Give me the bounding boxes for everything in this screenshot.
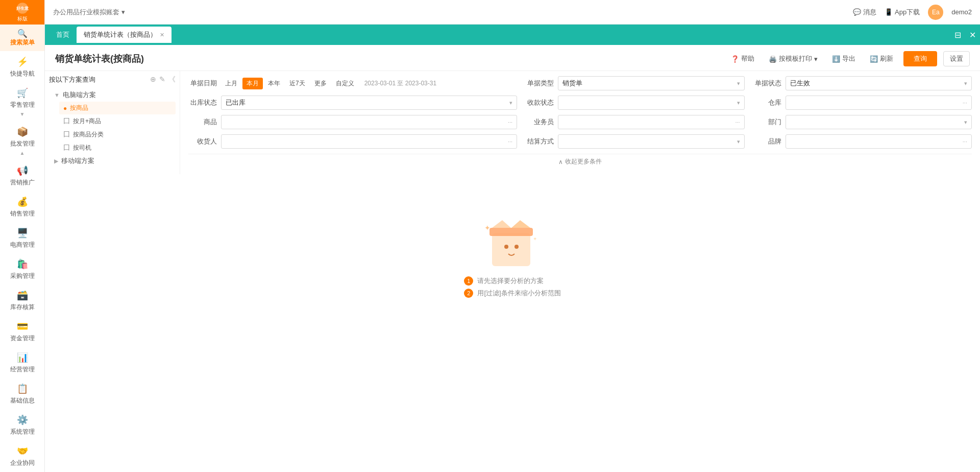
empty-text: 1 请先选择要分析的方案 2 用[过滤]条件来缩小分析范围 bbox=[464, 276, 560, 301]
sidebar-item-finance[interactable]: 💳 资金管理 bbox=[0, 316, 44, 347]
stock-status-label: 出库状态 bbox=[188, 98, 217, 107]
report-tab-label: 销货单统计表（按商品） bbox=[84, 30, 157, 39]
payment-select[interactable]: ▾ bbox=[558, 96, 744, 110]
inventory-icon: 🗃️ bbox=[17, 290, 28, 301]
sidebar-item-sales[interactable]: 💰 销售管理 bbox=[0, 191, 44, 222]
sidebar-item-business[interactable]: 📊 经营管理 bbox=[0, 347, 44, 378]
date-range-label: 2023-03-01 至 2023-03-31 bbox=[364, 79, 436, 88]
brand-label: 品牌 bbox=[753, 137, 781, 146]
print-button[interactable]: 🖨️ 按模板打印 ▾ bbox=[765, 52, 822, 65]
date-buttons: 上月 本月 本年 近7天 更多 自定义 bbox=[221, 78, 358, 89]
collapse-bar[interactable]: ∧ 收起更多条件 bbox=[188, 154, 972, 169]
tab-report[interactable]: 销货单统计表（按商品） ✕ bbox=[77, 27, 172, 43]
warehouse-dropdown-icon: ··· bbox=[963, 100, 967, 106]
date-area: 上月 本月 本年 近7天 更多 自定义 2023-03-01 至 2023-03… bbox=[221, 78, 517, 89]
window-minimize-icon[interactable]: ⊟ bbox=[954, 30, 961, 40]
filter-row-3: 商品 ··· 业务员 ··· bbox=[188, 115, 972, 129]
edit-scheme-icon[interactable]: ✎ bbox=[159, 75, 165, 84]
warehouse-select[interactable]: ··· bbox=[786, 96, 972, 110]
sidebar-item-ecommerce[interactable]: 🖥️ 电商管理 bbox=[0, 222, 44, 253]
warehouse-label: 仓库 bbox=[753, 98, 781, 107]
payment-method-dropdown-icon: ▾ bbox=[737, 138, 740, 145]
message-button[interactable]: 💬 消息 bbox=[853, 8, 876, 17]
sidebar-item-inventory[interactable]: 🗃️ 库存核算 bbox=[0, 285, 44, 316]
sidebar-item-purchase[interactable]: 🛍️ 采购管理 bbox=[0, 253, 44, 285]
sidebar-item-system[interactable]: ⚙️ 系统管理 bbox=[0, 409, 44, 440]
date-btn-7days[interactable]: 近7天 bbox=[285, 78, 309, 89]
tab-close-icon[interactable]: ✕ bbox=[160, 32, 164, 38]
sidebar-item-marketing[interactable]: 📢 营销推广 bbox=[0, 160, 44, 191]
filter-panel: 单据日期 上月 本月 本年 近7天 更多 自定义 20 bbox=[180, 71, 980, 174]
query-button[interactable]: 查询 bbox=[903, 51, 937, 66]
date-btn-custom[interactable]: 自定义 bbox=[332, 78, 358, 89]
receiver-select[interactable]: ··· bbox=[221, 134, 517, 149]
filter-salesperson: 业务员 ··· bbox=[525, 115, 744, 129]
chevron-down-icon: ▾ bbox=[121, 8, 125, 16]
app-selector[interactable]: 办公用品行业模拟账套 ▾ bbox=[53, 8, 125, 17]
goods-select[interactable]: ··· bbox=[221, 115, 517, 129]
tabbar: 首页 销货单统计表（按商品） ✕ ⊟ ✕ bbox=[45, 25, 980, 45]
pc-group-label: 电脑端方案 bbox=[63, 90, 96, 100]
logo-icon: 好生意 bbox=[14, 2, 31, 14]
receiver-label: 收货人 bbox=[188, 137, 217, 146]
scheme-item-by-goods[interactable]: ● 按商品 bbox=[59, 102, 176, 114]
tab-home[interactable]: 首页 bbox=[49, 27, 77, 43]
window-close-icon[interactable]: ✕ bbox=[969, 30, 976, 40]
tree-sub-pc: ● 按商品 囗 按月+商品 囗 按商品分类 bbox=[51, 102, 176, 154]
sidebar-item-enterprise[interactable]: 🤝 企业协同 bbox=[0, 440, 44, 471]
scheme-item-by-category[interactable]: 囗 按商品分类 bbox=[59, 128, 176, 141]
payment-method-select[interactable]: ▾ bbox=[558, 134, 744, 149]
refresh-icon: 🔄 bbox=[870, 55, 878, 63]
download-icon: 📱 bbox=[885, 8, 893, 16]
help-button[interactable]: ❓ 帮助 bbox=[727, 52, 758, 65]
app-selector-label: 办公用品行业模拟账套 bbox=[53, 8, 119, 17]
retail-icon: 🛒 bbox=[17, 87, 28, 99]
collapse-scheme-icon[interactable]: 《 bbox=[168, 75, 176, 84]
scheme-item-by-month-goods[interactable]: 囗 按月+商品 bbox=[59, 114, 176, 128]
svg-text:好生意: 好生意 bbox=[16, 6, 29, 11]
sidebar-item-quick-nav[interactable]: ⚡ 快捷导航 bbox=[0, 51, 44, 82]
stock-status-select[interactable]: 已出库 ▾ bbox=[221, 96, 517, 110]
sidebar-item-wholesale[interactable]: 📦 批发管理 ▲ bbox=[0, 121, 44, 160]
filter-brand: 品牌 ··· bbox=[753, 134, 972, 149]
svg-text:✦: ✦ bbox=[533, 236, 537, 242]
scheme-circle-icon: ● bbox=[63, 105, 67, 112]
date-btn-this-year[interactable]: 本年 bbox=[264, 78, 284, 89]
tree-pc-group[interactable]: ▼ 电脑端方案 bbox=[51, 88, 176, 102]
export-button[interactable]: ⬇️ 导出 bbox=[828, 52, 860, 65]
scheme-panel: 按以下方案查询 ⊕ ✎ 《 ▼ 电脑端方案 bbox=[45, 71, 180, 174]
tree-mobile-group[interactable]: ▶ 移动端方案 bbox=[51, 154, 176, 168]
sidebar-item-search[interactable]: 🔍 搜索菜单 bbox=[0, 25, 44, 51]
tree-expand-icon-mobile: ▶ bbox=[54, 158, 58, 164]
empty-num-1: 1 bbox=[464, 276, 473, 286]
dept-select[interactable]: ▾ bbox=[786, 115, 972, 129]
filter-stock-status: 出库状态 已出库 ▾ bbox=[188, 96, 517, 110]
doc-status-select[interactable]: 已生效 ▾ bbox=[786, 76, 972, 90]
brand-select[interactable]: ··· bbox=[786, 134, 972, 149]
user-avatar[interactable]: Ea bbox=[928, 5, 943, 20]
sidebar-item-basic[interactable]: 📋 基础信息 bbox=[0, 378, 44, 409]
username-label: demo2 bbox=[951, 8, 972, 16]
app-download-button[interactable]: 📱 App下载 bbox=[885, 8, 920, 17]
scheme-sub-icon-3: 囗 bbox=[63, 143, 70, 152]
filter-warehouse: 仓库 ··· bbox=[753, 96, 972, 110]
settings-button[interactable]: 设置 bbox=[943, 51, 970, 66]
date-btn-more[interactable]: 更多 bbox=[310, 78, 331, 89]
enterprise-icon: 🤝 bbox=[17, 445, 28, 457]
filter-row-2: 出库状态 已出库 ▾ 收款状态 ▾ bbox=[188, 96, 972, 110]
topbar-right: 💬 消息 📱 App下载 Ea demo2 bbox=[853, 5, 972, 20]
filter-row-4: 收货人 ··· 结算方式 ▾ bbox=[188, 134, 972, 149]
date-btn-last-month[interactable]: 上月 bbox=[221, 78, 241, 89]
main-area: 办公用品行业模拟账套 ▾ 💬 消息 📱 App下载 Ea demo2 首页 销货… bbox=[45, 0, 980, 472]
add-scheme-icon[interactable]: ⊕ bbox=[150, 75, 156, 84]
filter-goods: 商品 ··· bbox=[188, 115, 517, 129]
refresh-button[interactable]: 🔄 刷新 bbox=[866, 52, 897, 65]
filter-payment-method: 结算方式 ▾ bbox=[525, 134, 744, 149]
scheme-item-by-printer[interactable]: 囗 按司机 bbox=[59, 141, 176, 154]
svg-rect-2 bbox=[492, 233, 530, 266]
salesperson-select[interactable]: ··· bbox=[558, 115, 744, 129]
date-btn-this-month[interactable]: 本月 bbox=[242, 78, 263, 89]
doc-type-select[interactable]: 销货单 ▾ bbox=[558, 76, 744, 90]
payment-method-label: 结算方式 bbox=[525, 137, 554, 146]
sidebar-item-retail[interactable]: 🛒 零售管理 ▼ bbox=[0, 82, 44, 121]
